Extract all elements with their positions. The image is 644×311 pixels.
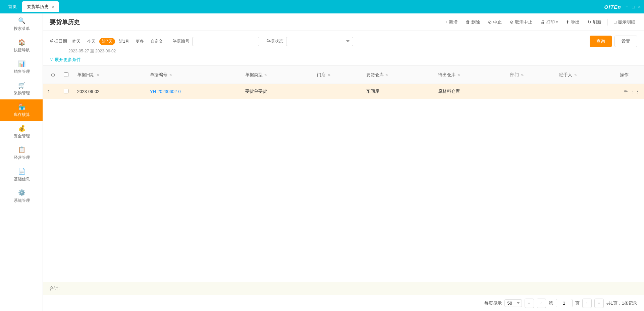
col-req-warehouse-sort-icon[interactable]: ⇅ [385, 73, 388, 77]
date-filter-btns: 昨天 今天 近7天 近1月 更多 自定义 [70, 38, 165, 45]
page-input[interactable] [556, 299, 573, 307]
display-detail-icon: □ [614, 19, 616, 25]
display-detail-button[interactable]: □ 显示明细 [612, 18, 637, 27]
col-dept-label: 部门 [510, 72, 519, 77]
date-btn-yesterday[interactable]: 昨天 [70, 38, 83, 45]
date-btn-today[interactable]: 今天 [85, 38, 98, 45]
cancel-stop-label: 取消中止 [515, 19, 532, 25]
next-page-button[interactable]: › [582, 299, 592, 308]
sidebar-item-basics-label: 基础信息 [14, 176, 30, 182]
col-no-sort-icon[interactable]: ⇅ [169, 73, 172, 77]
tab-home[interactable]: 首页 [3, 1, 21, 12]
col-type-sort-icon[interactable]: ⇅ [264, 73, 267, 77]
table-settings-icon[interactable]: ⚙ [48, 70, 58, 80]
expand-more-label: ∨ 展开更多条件 [50, 57, 81, 63]
col-date: 单据日期 ⇅ [74, 66, 147, 84]
export-button[interactable]: ⬆ 导出 [564, 18, 582, 27]
col-no-label: 单据编号 [150, 72, 167, 77]
table-header: ⚙ 单据日期 ⇅ 单据编号 ⇅ [43, 66, 644, 84]
cell-type: 要货单要货 [243, 84, 315, 99]
cell-date: 2023-06-02 [74, 84, 147, 99]
prev-page-button[interactable]: ‹ [537, 299, 546, 308]
sidebar-item-basics[interactable]: 📄 基础信息 [0, 164, 43, 185]
toolbar-divider [607, 19, 608, 26]
order-no-input[interactable] [192, 37, 259, 46]
tab-close-icon[interactable]: × [52, 5, 54, 9]
print-label: 打印 [546, 19, 555, 25]
last-page-button[interactable]: » [594, 299, 604, 308]
sidebar-item-purchase[interactable]: 🛒 采购管理 [0, 78, 43, 99]
refresh-button[interactable]: ↻ 刷新 [586, 18, 603, 27]
page-size-select[interactable]: 50 10 20 100 [504, 299, 522, 307]
finance-icon: 💰 [18, 125, 25, 132]
sales-icon: 📊 [18, 60, 25, 68]
table-row: 1 2023-06-02 YH-20230602-0 要货单要货 车间库 原材料… [43, 84, 644, 99]
select-all-checkbox[interactable] [64, 72, 68, 77]
sidebar-item-quicknav[interactable]: 🏠 快捷导航 [0, 35, 43, 56]
sidebar-item-sales[interactable]: 📊 销售管理 [0, 56, 43, 78]
date-btn-custom[interactable]: 自定义 [148, 38, 165, 45]
cell-pending-warehouse: 原材料仓库 [435, 84, 507, 99]
settings-button[interactable]: 设置 [614, 36, 637, 47]
date-btn-7days[interactable]: 近7天 [99, 38, 115, 45]
row-more-icon[interactable]: ⋮⋮ [631, 87, 639, 95]
minimize-button[interactable]: － [625, 4, 629, 10]
cancel-stop-icon: ⊘ [510, 19, 514, 25]
cell-handler [556, 84, 617, 99]
print-button[interactable]: 🖨 打印 ▾ [538, 18, 560, 27]
tab-requisition-history[interactable]: 要货单历史 × [22, 1, 59, 12]
col-settings: ⚙ [43, 66, 61, 84]
refresh-label: 刷新 [593, 19, 601, 25]
stop-label: 中止 [493, 19, 502, 25]
col-handler-sort-icon[interactable]: ⇅ [574, 73, 577, 77]
cancel-stop-button[interactable]: ⊘ 取消中止 [508, 18, 534, 27]
status-select[interactable] [286, 37, 353, 46]
delete-label: 删除 [471, 19, 480, 25]
sidebar-item-search[interactable]: 🔍 搜索菜单 [0, 13, 43, 35]
sidebar-item-finance[interactable]: 💰 资金管理 [0, 121, 43, 142]
window-controls: OfTEn － □ × [604, 4, 641, 10]
first-page-button[interactable]: « [525, 299, 534, 308]
col-date-sort-icon[interactable]: ⇅ [97, 73, 99, 77]
stop-button[interactable]: ⊘ 中止 [486, 18, 504, 27]
query-button[interactable]: 查询 [590, 36, 612, 47]
col-dept-sort-icon[interactable]: ⇅ [521, 73, 524, 77]
expand-more-btn[interactable]: ∨ 展开更多条件 [50, 57, 637, 63]
order-no-link[interactable]: YH-20230602-0 [150, 89, 181, 94]
col-pending-warehouse-sort-icon[interactable]: ⇅ [458, 73, 460, 77]
col-handler-label: 经手人 [559, 72, 572, 77]
data-table: ⚙ 单据日期 ⇅ 单据编号 ⇅ [43, 66, 644, 99]
row-checkbox[interactable] [64, 89, 68, 93]
operations-icon: 📋 [18, 146, 25, 153]
search-icon: 🔍 [18, 17, 25, 25]
sidebar-item-system-label: 系统管理 [14, 198, 30, 204]
basics-icon: 📄 [18, 168, 25, 175]
col-store-sort-icon[interactable]: ⇅ [328, 73, 330, 77]
maximize-button[interactable]: □ [632, 4, 635, 9]
close-button[interactable]: × [638, 4, 641, 9]
delete-icon: 🗑 [466, 19, 470, 25]
main-layout: 🔍 搜索菜单 🏠 快捷导航 📊 销售管理 🛒 采购管理 🏪 库存核算 💰 资金管… [0, 13, 644, 311]
date-btn-more[interactable]: 更多 [133, 38, 147, 45]
page-jump-suffix: 页 [575, 300, 580, 306]
table-header-row: ⚙ 单据日期 ⇅ 单据编号 ⇅ [43, 66, 644, 84]
filter-row: 单据日期 昨天 今天 近7天 近1月 更多 自定义 单据编号 [50, 36, 637, 47]
sidebar-item-system[interactable]: ⚙️ 系统管理 [0, 185, 43, 207]
display-detail-label: 显示明细 [618, 19, 635, 25]
add-button[interactable]: + 新增 [443, 18, 460, 27]
cell-store [314, 84, 363, 99]
sidebar-item-inventory[interactable]: 🏪 库存核算 [0, 99, 43, 121]
order-no-filter: 单据编号 [172, 37, 259, 46]
row-edit-icon[interactable]: ✏ [622, 87, 630, 95]
sidebar-item-operations[interactable]: 📋 经营管理 [0, 142, 43, 164]
col-check [61, 66, 74, 84]
sidebar-item-finance-label: 资金管理 [14, 133, 30, 139]
sidebar-item-sales-label: 销售管理 [14, 69, 30, 75]
date-range-text: 2023-05-27 至 2023-06-02 [68, 48, 637, 54]
cell-req-warehouse: 车间库 [364, 84, 436, 99]
filter-area: 单据日期 昨天 今天 近7天 近1月 更多 自定义 单据编号 [43, 31, 644, 66]
date-btn-1month[interactable]: 近1月 [116, 38, 132, 45]
delete-button[interactable]: 🗑 删除 [464, 18, 482, 27]
print-icon: 🖨 [540, 19, 545, 25]
cell-check [61, 84, 74, 99]
